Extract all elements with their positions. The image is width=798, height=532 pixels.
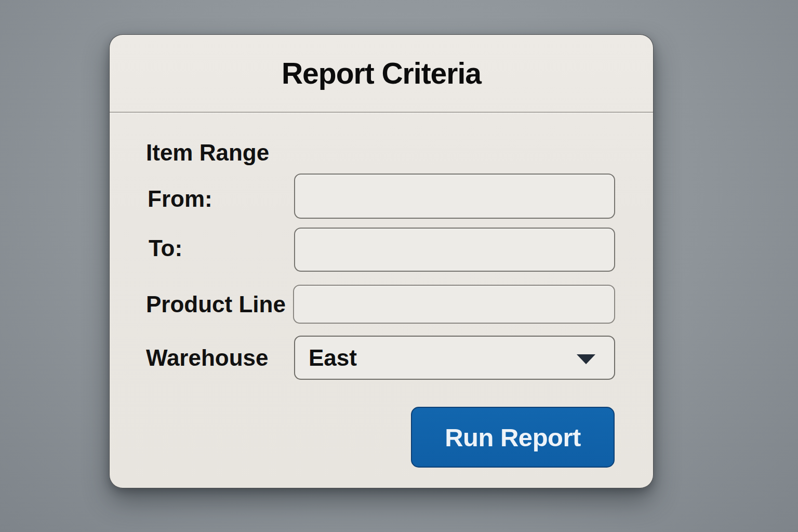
desktop-background: { "panel": { "title": "Report Criteria" … bbox=[0, 0, 798, 532]
product-line-label: Product Line bbox=[146, 291, 286, 317]
report-criteria-dialog: Report Criteria Item Range From: To: Pro… bbox=[109, 34, 654, 488]
run-report-button[interactable]: Run Report bbox=[411, 407, 615, 468]
run-report-button-label: Run Report bbox=[445, 423, 581, 452]
from-label: From: bbox=[148, 186, 212, 212]
warehouse-selected-value: East bbox=[295, 345, 357, 371]
warehouse-label: Warehouse bbox=[146, 345, 269, 371]
to-input[interactable] bbox=[294, 228, 615, 272]
product-line-input[interactable] bbox=[293, 285, 615, 324]
to-label: To: bbox=[149, 235, 182, 261]
dialog-title: Report Criteria bbox=[282, 56, 481, 90]
item-range-label: Item Range bbox=[146, 140, 269, 166]
dialog-header: Report Criteria bbox=[110, 35, 653, 113]
from-input[interactable] bbox=[294, 174, 615, 219]
chevron-down-icon bbox=[577, 354, 595, 364]
warehouse-select[interactable]: East bbox=[294, 336, 615, 380]
